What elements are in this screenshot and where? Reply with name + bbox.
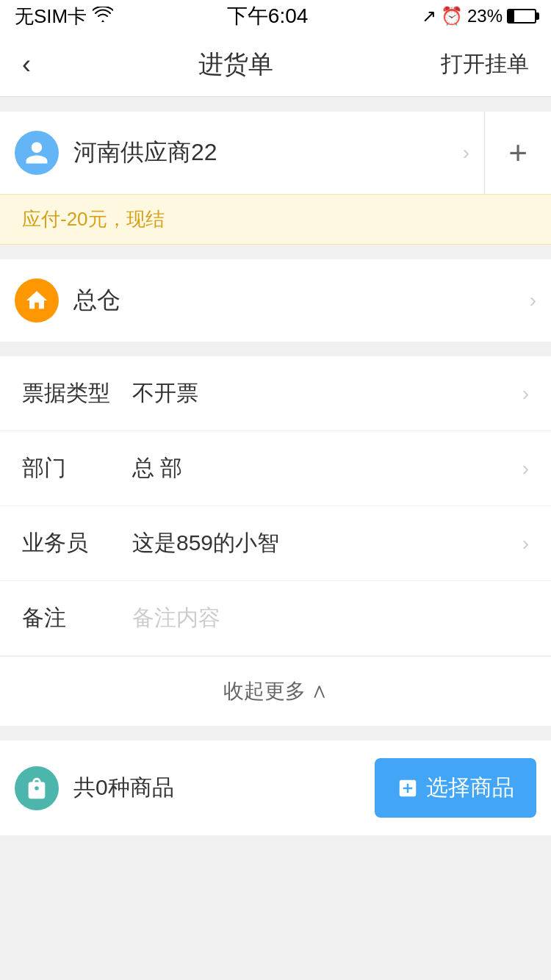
location-icon: ↗: [422, 6, 436, 26]
status-bar: 无SIM卡 下午6:04 ↗ ⏰ 23%: [0, 0, 551, 32]
add-supplier-button[interactable]: +: [485, 112, 551, 194]
open-pending-button[interactable]: 打开挂单: [441, 49, 529, 79]
salesperson-value: 这是859的小智: [125, 528, 515, 558]
department-label: 部门: [22, 453, 125, 483]
status-right: ↗ ⏰ 23%: [422, 6, 536, 26]
alert-banner: 应付-20元，现结: [0, 194, 551, 245]
remark-row[interactable]: 备注 备注内容: [0, 581, 551, 655]
form-section: 票据类型 不开票 › 部门 总 部 › 业务员 这是859的小智 › 备注 备注…: [0, 356, 551, 655]
alarm-icon: ⏰: [441, 6, 463, 26]
department-value: 总 部: [125, 453, 515, 483]
product-count: 共0种商品: [73, 773, 375, 803]
select-product-label: 选择商品: [426, 773, 514, 803]
salesperson-label: 业务员: [22, 528, 125, 558]
alert-text: 应付-20元，现结: [22, 208, 165, 230]
back-button[interactable]: ‹: [22, 49, 31, 80]
carrier-label: 无SIM卡: [15, 4, 87, 29]
battery-percent: 23%: [467, 6, 503, 26]
content: 河南供应商22 › + 应付-20元，现结 总仓 › 票据类型 不开票 › 部门…: [0, 112, 551, 980]
product-icon: [15, 766, 59, 810]
warehouse-section[interactable]: 总仓 ›: [0, 259, 551, 342]
supplier-avatar: [15, 131, 59, 175]
supplier-chevron-icon: ›: [463, 141, 469, 165]
page-title: 进货单: [198, 48, 273, 82]
background-fill: [0, 835, 551, 980]
product-section: 共0种商品 选择商品: [0, 741, 551, 835]
invoice-type-chevron-icon: ›: [522, 382, 529, 406]
warehouse-chevron-icon: ›: [530, 289, 536, 312]
invoice-type-row[interactable]: 票据类型 不开票 ›: [0, 356, 551, 431]
add-product-icon: [397, 777, 419, 799]
department-row[interactable]: 部门 总 部 ›: [0, 431, 551, 506]
invoice-type-value: 不开票: [125, 378, 515, 408]
status-time: 下午6:04: [227, 2, 309, 30]
collapse-button[interactable]: 收起更多 ∧: [223, 677, 328, 705]
collapse-section: 收起更多 ∧: [0, 657, 551, 726]
supplier-selector[interactable]: 河南供应商22 ›: [0, 112, 485, 194]
select-product-button[interactable]: 选择商品: [375, 758, 536, 818]
status-left: 无SIM卡: [15, 4, 113, 29]
wifi-icon: [93, 5, 113, 28]
invoice-type-label: 票据类型: [22, 378, 125, 408]
salesperson-row[interactable]: 业务员 这是859的小智 ›: [0, 506, 551, 581]
warehouse-icon: [15, 278, 59, 323]
shopping-bag-icon: [24, 776, 49, 801]
supplier-name: 河南供应商22: [73, 137, 455, 169]
warehouse-name: 总仓: [73, 284, 522, 317]
remark-value: 备注内容: [125, 603, 529, 633]
salesperson-chevron-icon: ›: [522, 532, 529, 555]
person-icon: [24, 140, 50, 166]
department-chevron-icon: ›: [522, 457, 529, 480]
nav-bar: ‹ 进货单 打开挂单: [0, 32, 551, 97]
remark-label: 备注: [22, 603, 125, 633]
battery-icon: [507, 9, 536, 24]
supplier-section: 河南供应商22 › +: [0, 112, 551, 194]
home-icon: [24, 288, 49, 313]
